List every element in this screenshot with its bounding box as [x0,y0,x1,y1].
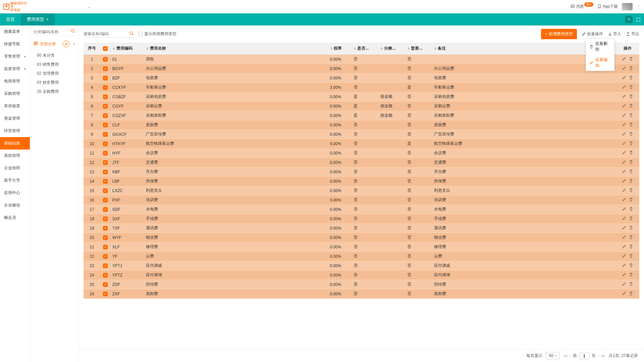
table-row[interactable]: 7✓CGZXF采购装卸费0.00%是按金额否采购装卸费 [84,111,639,120]
nav-item-新手引导[interactable]: 新手引导 [0,174,30,187]
app-download-button[interactable]: App下载 [597,4,618,9]
batch-ops-button[interactable]: 批量操作 [582,31,603,37]
last-page-button[interactable]: ⏭ [601,353,605,358]
table-row[interactable]: 20✓WYF物业费0.00%否否物业费 [84,233,639,242]
table-row[interactable]: 13✓KBF开办费0.00%否否开办费 [84,167,639,177]
tab-home[interactable]: 首页 [0,13,21,25]
table-row[interactable]: 21✓XLF修理费0.00%否否修理费 [84,242,639,252]
table-row[interactable]: 10✓HTKYF航空铁路客运费9.00%否是航空铁路客运费 [84,139,639,148]
category-search-input[interactable] [33,28,76,36]
trash-icon[interactable] [629,216,633,222]
trash-icon[interactable] [629,235,633,240]
edit-icon[interactable] [622,235,626,240]
table-row[interactable]: 8✓CLF差旅费0.00%否否差旅费 [84,120,639,130]
edit-icon[interactable] [622,132,626,137]
nav-item-搜索菜单[interactable]: 搜索菜单 [0,25,30,38]
table-row[interactable]: 25✓ZDF招待费0.00%否否招待费 [84,280,639,289]
trash-icon[interactable] [629,291,633,297]
prev-page-button[interactable]: ‹ [570,353,571,358]
edit-category-button[interactable] [63,41,69,47]
table-row[interactable]: 23✓YFTJ应付调减0.00%否否应付调减 [84,261,639,270]
table-row[interactable]: 18✓SXF手续费0.00%否否手续费 [84,214,639,224]
trash-icon[interactable] [629,207,633,212]
next-page-button[interactable]: › [598,353,599,358]
nav-item-企业协同[interactable]: 企业协同 [0,162,30,174]
export-button[interactable]: 导出 [626,31,639,37]
trash-icon[interactable] [629,226,633,231]
nav-item-快捷导航[interactable]: 快捷导航 [0,38,30,50]
category-item[interactable]: 20 采购费用 [30,87,78,96]
table-row[interactable]: 9✓GGXCF广告宣传费0.00%否否广告宣传费 [84,130,639,139]
table-row[interactable]: 24✓YFTZ应付调增0.00%否否应付调增 [84,270,639,280]
import-button[interactable]: 导入 [608,31,621,37]
trash-icon[interactable] [629,141,633,146]
edit-icon[interactable] [622,226,626,231]
nav-item-应用中心[interactable]: 应用中心 [0,187,30,199]
nav-item-库存核算[interactable]: 库存核算 [0,100,30,112]
trash-icon[interactable] [629,160,633,165]
edit-icon[interactable] [622,207,626,212]
table-row[interactable]: 4✓CCKYF车船客运费3.00%否是车船客运费 [84,83,639,92]
first-page-button[interactable]: ⏮ [563,353,568,358]
table-row[interactable]: 5✓CGBZF采购包装费0.00%是按金额否采购包装费 [84,92,639,102]
table-row[interactable]: 15✓LXZC利息支出0.00%否否利息支出 [84,186,639,195]
table-row[interactable]: 12✓JTF交通费0.00%否否交通费 [84,158,639,167]
category-item[interactable]: 02 管理费用 [30,69,78,78]
trash-icon[interactable] [629,263,633,268]
edit-icon[interactable] [622,75,626,81]
trash-icon[interactable] [629,188,633,193]
table-row[interactable]: 22✓YF运费0.00%否否运费 [84,252,639,261]
trash-icon[interactable] [629,197,633,203]
add-expense-type-button[interactable]: + 新增费用类型 [541,29,577,39]
edit-icon[interactable] [622,291,626,297]
trash-icon[interactable] [629,254,633,259]
category-item[interactable]: 01 销售费用 [30,60,78,69]
tab-close-all-button[interactable]: × [625,16,633,23]
col-checkbox[interactable]: ✓ [100,43,110,55]
table-row[interactable]: 11✓HYF会议费0.00%否否会议费 [84,148,639,158]
batch-delete-item[interactable]: 批量删除 [586,39,614,55]
page-input[interactable] [579,352,590,359]
category-item[interactable]: 03 财务费用 [30,78,78,87]
table-row[interactable]: 6✓CGYF采购运费0.00%是按金额否采购运费 [84,102,639,111]
col-index[interactable]: 序号 [84,43,100,55]
edit-icon[interactable] [622,169,626,175]
edit-icon[interactable] [622,141,626,146]
edit-icon[interactable] [622,150,626,156]
messages-button[interactable]: 消息 99+ [571,4,593,9]
collapse-icon[interactable]: « [73,42,75,46]
edit-icon[interactable] [622,85,626,90]
trash-icon[interactable] [629,273,633,278]
nav-item-经营管理[interactable]: 经营管理 [0,125,30,137]
edit-icon[interactable] [622,160,626,165]
edit-icon[interactable] [622,216,626,222]
trash-icon[interactable] [629,169,633,175]
trash-icon[interactable] [629,150,633,156]
trash-icon[interactable] [629,94,633,100]
trash-icon[interactable] [629,104,633,109]
table-row[interactable]: 17✓SDF水电费0.00%否否水电费 [84,205,639,214]
col-isx[interactable]: ▲▼是否... [352,43,378,55]
edit-icon[interactable] [622,122,626,128]
trash-icon[interactable] [629,75,633,81]
edit-icon[interactable] [622,66,626,71]
trash-icon[interactable] [629,122,633,128]
col-name[interactable]: ▲▼费用名称 [144,43,328,55]
table-row[interactable]: 2✓BGYP办公用品费0.00%否否办公用品费 [84,64,639,73]
edit-icon[interactable] [622,179,626,184]
table-row[interactable]: 3✓BZF包装费0.00%否否包装费 [84,73,639,83]
nav-item-企业微信[interactable]: 企业微信 [0,199,30,212]
all-categories-label[interactable]: 全部分类 [40,41,61,47]
trash-icon[interactable] [629,132,633,137]
nav-item-采购管理[interactable]: 采购管理 [0,87,30,100]
edit-icon[interactable] [622,188,626,193]
edit-icon[interactable] [622,244,626,250]
search-icon[interactable] [129,31,134,37]
trash-icon[interactable] [629,113,633,118]
trash-icon[interactable] [629,244,633,250]
col-rate[interactable]: ▲▼税率 [328,43,352,55]
edit-icon[interactable] [622,57,626,62]
trash-icon[interactable] [629,57,633,62]
nav-item-资金管理[interactable]: 资金管理 [0,112,30,125]
edit-icon[interactable] [622,282,626,287]
